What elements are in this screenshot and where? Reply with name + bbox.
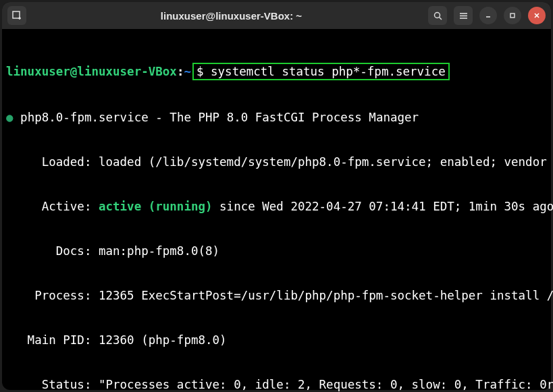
prompt-user-host: linuxuser@linuxuser-VBox	[6, 64, 177, 79]
active-status: active (running)	[99, 200, 213, 213]
output-line: Loaded: loaded (/lib/systemd/system/php8…	[6, 155, 547, 169]
prompt-dollar: $	[196, 65, 211, 78]
window-title: linuxuser@linuxuser-VBox: ~	[34, 10, 428, 22]
close-button[interactable]	[528, 7, 546, 24]
svg-rect-9	[510, 13, 515, 18]
command-text: systemctl status php*-fpm.service	[211, 65, 446, 78]
svg-line-4	[439, 17, 442, 20]
prompt-separator: :	[177, 64, 184, 79]
output-line: Active: active (running) since Wed 2022-…	[6, 199, 547, 214]
prompt-path: ~	[184, 64, 191, 79]
prompt-line: linuxuser@linuxuser-VBox:~$ systemctl st…	[6, 63, 547, 80]
output-line: Docs: man:php-fpm8.0(8)	[6, 244, 547, 258]
minimize-button[interactable]	[479, 7, 497, 24]
output-line: ● php8.0-fpm.service - The PHP 8.0 FastC…	[6, 110, 547, 125]
svg-rect-0	[13, 11, 20, 18]
titlebar: linuxuser@linuxuser-VBox: ~	[2, 2, 551, 29]
new-tab-button[interactable]	[7, 6, 26, 25]
terminal-body[interactable]: linuxuser@linuxuser-VBox:~$ systemctl st…	[2, 29, 551, 392]
output-line: Main PID: 12360 (php-fpm8.0)	[6, 333, 547, 347]
output-line: Status: "Processes active: 0, idle: 2, R…	[6, 377, 547, 392]
output-line: Process: 12365 ExecStartPost=/usr/lib/ph…	[6, 288, 547, 303]
status-dot-icon: ●	[6, 111, 14, 124]
hamburger-menu-button[interactable]	[454, 6, 473, 25]
command-highlight-box: $ systemctl status php*-fpm.service	[192, 63, 450, 80]
search-button[interactable]	[428, 6, 447, 25]
terminal-window: linuxuser@linuxuser-VBox: ~ linuxuser@li…	[2, 2, 551, 390]
maximize-button[interactable]	[504, 7, 521, 24]
svg-point-3	[434, 12, 440, 18]
